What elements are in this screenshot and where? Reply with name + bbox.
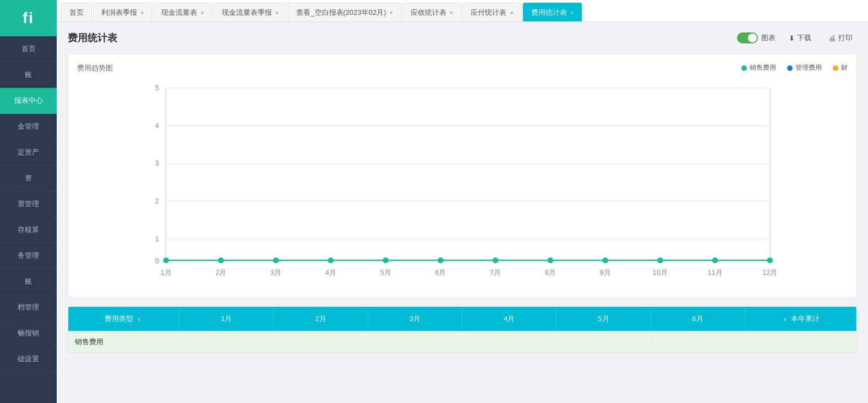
sidebar-item-home[interactable]: 首页 — [0, 36, 57, 62]
th-m6: 6月 — [651, 308, 745, 329]
sidebar-item-assets[interactable]: 定资产 — [0, 140, 57, 165]
svg-text:4月: 4月 — [325, 269, 336, 277]
sidebar-item-expense[interactable]: 畅报销 — [0, 321, 57, 346]
point-sales-4 — [328, 257, 334, 263]
chart-title: 费用趋势图 — [77, 63, 113, 73]
legend-dot-admin — [787, 65, 793, 71]
svg-text:12月: 12月 — [762, 269, 777, 277]
sidebar-item-service[interactable]: 务管理 — [0, 243, 57, 269]
td-m2 — [275, 338, 369, 346]
tab-payables[interactable]: 应付统计表 × — [462, 3, 521, 21]
sidebar-item-settings[interactable]: 础设置 — [0, 346, 57, 372]
tab-bar: 首页 利润表季报 × 现金流量表 × 现金流量表季报 × 查看_空白报表(202… — [57, 0, 868, 22]
download-button[interactable]: ⬇ 下载 — [784, 31, 816, 45]
tab-profit-quarterly[interactable]: 利润表季报 × — [93, 3, 152, 21]
close-icon[interactable]: × — [510, 9, 513, 16]
th-m2: 2月 — [274, 308, 368, 329]
svg-text:2: 2 — [155, 197, 159, 205]
tab-cashflow[interactable]: 现金流量表 × — [153, 3, 212, 21]
th-m5: 5月 — [556, 308, 651, 329]
close-icon[interactable]: × — [390, 9, 393, 16]
svg-text:5: 5 — [155, 84, 159, 92]
td-m1 — [182, 338, 276, 346]
th-type: 费用类型 ‹ — [68, 308, 179, 329]
sidebar-item-reports[interactable]: 报表中心 — [0, 88, 57, 114]
close-icon[interactable]: × — [275, 9, 279, 16]
sidebar-item-invoice[interactable]: 票管理 — [0, 191, 57, 217]
prev-arrow-icon[interactable]: ‹ — [135, 314, 143, 323]
point-sales-8 — [548, 257, 554, 263]
tab-home[interactable]: 首页 — [61, 3, 92, 21]
svg-text:1: 1 — [155, 235, 159, 243]
close-icon[interactable]: × — [140, 9, 144, 16]
th-m1: 1月 — [179, 308, 274, 329]
main-area: 首页 利润表季报 × 现金流量表 × 现金流量表季报 × 查看_空白报表(202… — [57, 0, 868, 403]
sidebar-logo: fi — [0, 0, 57, 36]
next-arrow-icon[interactable]: › — [782, 314, 789, 323]
sidebar-item-capital[interactable]: 资 — [0, 165, 57, 191]
print-icon: 🖨 — [829, 34, 836, 42]
chart-svg: 5 4 3 2 1 0 — [77, 78, 848, 286]
td-m5 — [558, 338, 652, 346]
point-sales-5 — [383, 257, 389, 263]
legend-label-sales: 销售费用 — [750, 63, 776, 73]
legend-finance: 财 — [833, 63, 848, 73]
sidebar-item-inventory[interactable]: 存核算 — [0, 217, 57, 243]
th-ytd: › 本年累计 — [745, 308, 856, 329]
svg-text:2月: 2月 — [215, 269, 226, 277]
chart-card: 费用趋势图 销售费用 管理费用 财 — [68, 54, 857, 297]
sidebar: fi 首页 账 报表中心 金管理 定资产 资 票管理 存核算 务管理 账 档管理… — [0, 0, 57, 403]
chart-legend: 销售费用 管理费用 财 — [741, 63, 848, 73]
point-sales-9 — [602, 257, 608, 263]
sidebar-item-finance[interactable]: 金管理 — [0, 114, 57, 140]
point-sales-2 — [218, 257, 224, 263]
svg-text:0: 0 — [155, 257, 159, 265]
tab-cashflow-quarterly[interactable]: 现金流量表季报 × — [214, 3, 287, 21]
td-m4 — [463, 338, 558, 346]
page-content: 费用统计表 图表 ⬇ 下载 🖨 打印 — [57, 22, 868, 403]
svg-text:3: 3 — [155, 159, 159, 167]
legend-dot-finance — [833, 65, 838, 71]
chart-toggle[interactable]: 图表 — [737, 32, 776, 43]
legend-admin: 管理费用 — [787, 63, 822, 73]
td-ytd — [745, 338, 856, 346]
legend-label-admin: 管理费用 — [795, 63, 822, 73]
toggle-track[interactable] — [737, 32, 758, 43]
toggle-thumb — [748, 34, 757, 42]
download-icon: ⬇ — [789, 34, 795, 42]
tab-blank-report[interactable]: 查看_空白报表(2023年02月) × — [288, 3, 401, 21]
print-button[interactable]: 🖨 打印 — [825, 31, 857, 45]
svg-text:1月: 1月 — [161, 269, 172, 277]
data-table-wrapper: 费用类型 ‹ 1月 2月 3月 4月 5月 — [68, 306, 857, 354]
sidebar-item-archive[interactable]: 档管理 — [0, 295, 57, 321]
svg-text:9月: 9月 — [600, 269, 611, 277]
page-header: 费用统计表 图表 ⬇ 下载 🖨 打印 — [68, 31, 857, 45]
point-sales-3 — [273, 257, 279, 263]
tab-receivables[interactable]: 应收统计表 × — [402, 3, 461, 21]
td-type: 销售费用 — [68, 333, 182, 351]
point-sales-1 — [163, 257, 169, 263]
svg-text:8月: 8月 — [545, 269, 556, 277]
legend-dot-sales — [741, 65, 747, 71]
svg-text:6月: 6月 — [435, 269, 446, 277]
chart-svg-wrapper: 5 4 3 2 1 0 — [77, 78, 848, 288]
close-icon[interactable]: × — [450, 9, 453, 16]
header-actions: 图表 ⬇ 下载 🖨 打印 — [737, 31, 857, 45]
th-m4: 4月 — [462, 308, 556, 329]
point-sales-7 — [493, 257, 499, 263]
td-m6 — [652, 338, 746, 346]
svg-text:11月: 11月 — [708, 269, 723, 277]
sidebar-item-ledger[interactable]: 账 — [0, 269, 57, 295]
svg-text:5月: 5月 — [380, 269, 391, 277]
close-icon[interactable]: × — [200, 9, 204, 16]
tab-expense-stats[interactable]: 费用统计表 × — [523, 3, 582, 21]
svg-text:4: 4 — [155, 122, 159, 130]
point-sales-12 — [767, 257, 773, 263]
point-sales-10 — [657, 257, 663, 263]
table-row: 销售费用 — [68, 331, 856, 353]
sidebar-item-account[interactable]: 账 — [0, 62, 57, 88]
legend-label-finance: 财 — [841, 63, 848, 73]
page-title: 费用统计表 — [68, 31, 117, 45]
close-icon[interactable]: × — [570, 9, 574, 16]
toggle-label: 图表 — [761, 33, 776, 43]
